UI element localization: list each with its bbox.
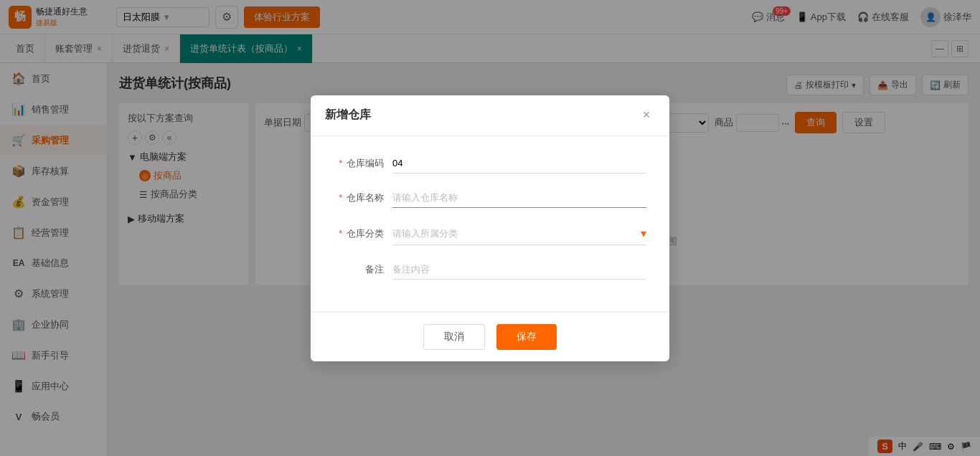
category-select-wrapper: ▾ (392, 222, 646, 245)
category-input[interactable] (392, 228, 641, 239)
add-warehouse-modal: 新增仓库 × * 仓库编码 * 仓库名称 (311, 95, 669, 361)
modal-title: 新增仓库 (325, 108, 371, 123)
code-form-row: * 仓库编码 (334, 153, 646, 174)
modal-overlay[interactable]: 新增仓库 × * 仓库编码 * 仓库名称 (0, 0, 980, 456)
modal-footer: 取消 保存 (311, 312, 669, 361)
category-label: * 仓库分类 (334, 227, 384, 240)
warehouse-name-input[interactable] (392, 188, 646, 208)
remark-form-row: 备注 (334, 260, 646, 280)
remark-label: 备注 (334, 263, 384, 276)
code-label: * 仓库编码 (334, 157, 384, 170)
save-button[interactable]: 保存 (496, 324, 557, 350)
warehouse-code-input[interactable] (392, 153, 646, 174)
cancel-button[interactable]: 取消 (423, 324, 485, 350)
modal-header: 新增仓库 × (311, 95, 669, 136)
category-required-star: * (339, 228, 342, 239)
code-required-star: * (339, 158, 342, 168)
modal-body: * 仓库编码 * 仓库名称 * 仓库分类 (311, 136, 669, 311)
category-dropdown-arrow[interactable]: ▾ (641, 227, 646, 240)
category-form-row: * 仓库分类 ▾ (334, 222, 646, 245)
modal-close-button[interactable]: × (638, 107, 655, 124)
remark-input[interactable] (392, 260, 646, 280)
name-form-row: * 仓库名称 (334, 188, 646, 208)
name-required-star: * (339, 192, 342, 203)
name-label: * 仓库名称 (334, 191, 384, 204)
